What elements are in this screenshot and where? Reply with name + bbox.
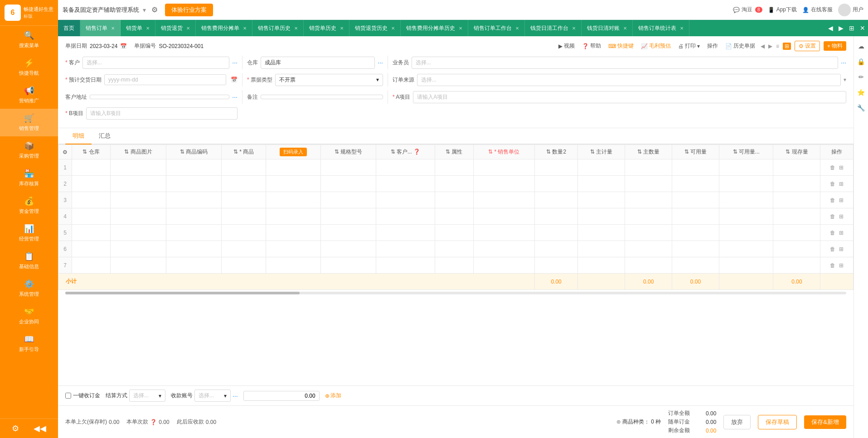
tab-10[interactable]: 钱货日清工作台✕: [525, 20, 582, 36]
delivery-calendar-icon[interactable]: 📅: [231, 77, 238, 83]
row-unit[interactable]: [473, 192, 534, 208]
tab-2[interactable]: 销货单✕: [121, 20, 155, 36]
row-scan[interactable]: [266, 208, 320, 225]
sidebar-item-1[interactable]: ⚡快捷导航: [0, 53, 58, 81]
row-stock[interactable]: [773, 159, 820, 176]
row-code[interactable]: [166, 225, 222, 241]
b-project-input[interactable]: 请输入B项目: [86, 107, 238, 120]
row-delete-icon[interactable]: 🗑: [830, 197, 835, 203]
operation-btn[interactable]: 操作: [705, 41, 720, 51]
row-avail2[interactable]: [719, 159, 773, 176]
row-main-unit[interactable]: [578, 257, 625, 274]
row-main-qty[interactable]: [625, 208, 672, 225]
row-warehouse[interactable]: [72, 257, 111, 274]
row-main-qty[interactable]: [625, 241, 672, 257]
row-scan[interactable]: [266, 176, 320, 192]
row-copy-icon[interactable]: ⊞: [839, 230, 844, 236]
tab-4[interactable]: 销售费用分摊单✕: [196, 20, 252, 36]
right-panel-tool-icon[interactable]: 🔧: [856, 102, 867, 113]
one-click-check[interactable]: [65, 393, 71, 399]
row-attr[interactable]: [435, 257, 473, 274]
row-image[interactable]: [111, 208, 166, 225]
row-qty2[interactable]: [534, 257, 578, 274]
view-btn[interactable]: ▶ 视频: [557, 41, 577, 51]
row-avail[interactable]: [672, 176, 719, 192]
row-stock[interactable]: [773, 225, 820, 241]
th-settings[interactable]: ⚙: [58, 145, 72, 159]
content-tab-0[interactable]: 明细: [65, 128, 92, 144]
one-click-checkbox[interactable]: 一键收订金: [65, 392, 100, 399]
tab-close-9[interactable]: ✕: [515, 26, 519, 31]
tab-12[interactable]: 销售订单统计表✕: [633, 20, 689, 36]
row-customer-code[interactable]: [376, 208, 435, 225]
save-new-btn[interactable]: 保存&新增: [804, 415, 846, 429]
app-download-item[interactable]: 📱 App下载: [768, 6, 797, 14]
sidebar-item-10[interactable]: 🤝企业协同: [0, 302, 58, 330]
sidebar-item-3[interactable]: 🛒销售管理: [0, 109, 58, 136]
row-attr[interactable]: [435, 192, 473, 208]
row-customer-code[interactable]: [376, 257, 435, 274]
row-spec[interactable]: [320, 176, 376, 192]
th-scan[interactable]: 扫码录入: [266, 145, 320, 159]
th-stock[interactable]: ⇅ 现存量: [773, 145, 820, 159]
tab-close-1[interactable]: ✕: [111, 26, 115, 31]
row-image[interactable]: [111, 192, 166, 208]
row-copy-icon[interactable]: ⊞: [839, 181, 844, 187]
tab-close-all-icon[interactable]: ✕: [857, 24, 868, 32]
row-avail[interactable]: [672, 208, 719, 225]
row-warehouse[interactable]: [72, 159, 111, 176]
row-qty2[interactable]: [534, 241, 578, 257]
row-attr[interactable]: [435, 225, 473, 241]
row-main-qty[interactable]: [625, 159, 672, 176]
address-dots-btn[interactable]: ···: [232, 93, 238, 101]
row-attr[interactable]: [435, 241, 473, 257]
tab-9[interactable]: 销售订单工作台✕: [468, 20, 525, 36]
tab-3[interactable]: 销货退货✕: [155, 20, 196, 36]
row-qty2[interactable]: [534, 192, 578, 208]
row-avail[interactable]: [672, 257, 719, 274]
row-attr[interactable]: [435, 208, 473, 225]
online-service-item[interactable]: 👤 在线客服: [802, 6, 833, 14]
row-main-unit[interactable]: [578, 241, 625, 257]
row-unit[interactable]: [473, 225, 534, 241]
notification-item[interactable]: 💬 淘豆 8: [733, 6, 762, 14]
address-input[interactable]: [90, 95, 229, 99]
row-image[interactable]: [111, 159, 166, 176]
row-qty2[interactable]: [534, 159, 578, 176]
row-main-unit[interactable]: [578, 159, 625, 176]
row-stock[interactable]: [773, 241, 820, 257]
sidebar-item-9[interactable]: ⚙️系统管理: [0, 274, 58, 302]
account-dots-btn[interactable]: ···: [233, 392, 238, 399]
add-material-btn[interactable]: + 物料: [824, 41, 846, 51]
scan-btn[interactable]: 扫码录入: [280, 148, 307, 156]
row-main-qty[interactable]: [625, 176, 672, 192]
row-spec[interactable]: [320, 208, 376, 225]
customer-dots-btn[interactable]: ···: [232, 59, 238, 66]
row-attr[interactable]: [435, 176, 473, 192]
right-panel-edit-icon[interactable]: ✏: [856, 72, 867, 82]
sidebar-item-7[interactable]: 📊经营管理: [0, 219, 58, 247]
th-attr[interactable]: ⇅ 属性: [435, 145, 473, 159]
tab-prev-icon[interactable]: ◀: [825, 24, 836, 32]
view-mode-grid-icon[interactable]: ⊞: [783, 43, 791, 50]
row-delete-icon[interactable]: 🗑: [830, 230, 835, 236]
row-main-unit[interactable]: [578, 208, 625, 225]
row-unit[interactable]: [473, 257, 534, 274]
th-warehouse[interactable]: ⇅ 仓库: [72, 145, 111, 159]
history-btn[interactable]: 📄 历史单据: [723, 41, 757, 51]
th-qty2[interactable]: ⇅ 数量2: [534, 145, 578, 159]
row-image[interactable]: [111, 176, 166, 192]
calendar-icon[interactable]: 📅: [120, 43, 127, 49]
row-spec[interactable]: [320, 257, 376, 274]
row-copy-icon[interactable]: ⊞: [839, 197, 844, 203]
row-customer-code[interactable]: [376, 241, 435, 257]
row-code[interactable]: [166, 208, 222, 225]
row-main-unit[interactable]: [578, 192, 625, 208]
row-copy-icon[interactable]: ⊞: [839, 246, 844, 252]
row-warehouse[interactable]: [72, 192, 111, 208]
order-source-input[interactable]: 选择...: [417, 74, 841, 86]
row-product[interactable]: [222, 159, 266, 176]
row-avail[interactable]: [672, 192, 719, 208]
next-nav-icon[interactable]: ▶: [768, 43, 772, 49]
row-copy-icon[interactable]: ⊞: [839, 262, 844, 269]
